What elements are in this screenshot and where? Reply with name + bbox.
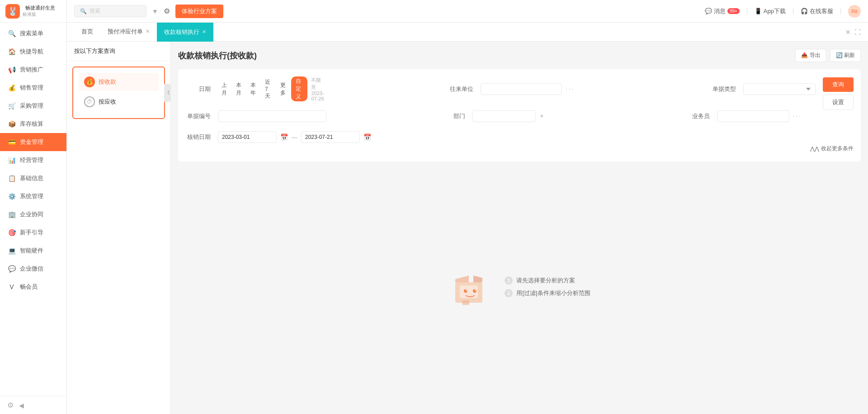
writeoff-date-to-cal-icon[interactable]: 📅: [363, 133, 371, 141]
date-tab-custom[interactable]: 自定义: [291, 76, 307, 101]
sidebar-item-search-menu[interactable]: 🔍 搜索菜单: [0, 24, 66, 43]
messages-button[interactable]: 💬 消息 99+: [705, 7, 740, 15]
writeoff-date-range: 📅 — 📅: [218, 131, 816, 143]
topbar-dropdown-icon[interactable]: ▼: [152, 8, 158, 15]
sales-icon: 💰: [7, 83, 16, 92]
date-tab-7days[interactable]: 近7天: [261, 77, 275, 101]
filter-item-by-receivable[interactable]: ⏱ 按应收: [79, 93, 159, 111]
date-tab-last-month[interactable]: 上月: [218, 80, 231, 98]
topbar-divider-1: [747, 8, 747, 14]
sidebar-item-marketing[interactable]: 📢 营销推广: [0, 61, 66, 79]
sidebar-settings-icon[interactable]: ⚙: [7, 401, 14, 409]
empty-tip-2: 2 用[过滤]条件来缩小分析范围: [505, 289, 590, 297]
app-download-button[interactable]: 📱 App下载: [755, 7, 786, 15]
doc-type-select[interactable]: [743, 83, 816, 95]
doc-type-label: 单据类型: [711, 85, 736, 93]
online-service-icon: 🎧: [801, 8, 808, 14]
system-icon: ⚙️: [7, 192, 16, 201]
tab-receipt-writeoff[interactable]: 收款核销执行 ✕: [157, 23, 213, 42]
hardware-icon: 💻: [7, 246, 16, 255]
form-row-docnum: 单据编号 部门 ▼ 业务员 ··: [185, 110, 816, 122]
sidebar-item-wechat[interactable]: 💬 企业微信: [0, 260, 66, 278]
tab-prepay-close-icon[interactable]: ✕: [146, 29, 150, 34]
writeoff-date-to-input[interactable]: [301, 131, 360, 143]
sidebar-item-hardware[interactable]: 💻 智能硬件: [0, 242, 66, 260]
staff-input-group: ···: [717, 110, 816, 122]
sidebar-item-enterprise[interactable]: 🏢 企业协同: [0, 205, 66, 224]
topbar-gear-icon[interactable]: ⚙: [164, 7, 170, 15]
date-tabs: 上月 本月 本年 近7天 更多 自定义 不限 至 2023-07-26: [218, 76, 326, 101]
sidebar-item-guide[interactable]: 🎯 新手引导: [0, 224, 66, 242]
industry-solution-button[interactable]: 体验行业方案: [175, 5, 223, 18]
counterparty-dots-btn[interactable]: ···: [566, 85, 574, 93]
sidebar-item-purchase[interactable]: 🛒 采购管理: [0, 97, 66, 115]
collapse-conditions-button[interactable]: ⋀⋀ 收起更多条件: [185, 143, 854, 154]
sidebar-item-quick-nav[interactable]: 🏠 快捷导航: [0, 43, 66, 61]
logo-sub: 标准版: [23, 11, 55, 18]
department-input[interactable]: [472, 110, 536, 122]
sidebar-item-inventory[interactable]: 📦 库存核算: [0, 115, 66, 133]
topbar-search-text: 搜索: [90, 7, 100, 15]
counterparty-input-group: ···: [481, 83, 589, 95]
staff-dots-btn[interactable]: ···: [793, 112, 802, 120]
sidebar-item-system[interactable]: ⚙️ 系统管理: [0, 187, 66, 205]
tip-num-2: 2: [505, 289, 513, 297]
empty-tips: 1 请先选择要分析的方案 2 用[过滤]条件来缩小分析范围: [505, 276, 590, 297]
by-receivable-icon: ⏱: [84, 96, 95, 107]
page-header: 收款核销执行(按收款) 📤 导出 🔄 刷新: [178, 49, 861, 62]
main-area: 🔍 搜索 ▼ ⚙ 体验行业方案 💬 消息 99+ 📱 App下载 🎧 在线客服: [67, 0, 868, 414]
inventory-icon: 📦: [7, 119, 16, 128]
doc-number-input[interactable]: [218, 110, 326, 122]
sidebar-item-sales[interactable]: 💰 销售管理: [0, 79, 66, 97]
svg-point-7: [475, 290, 476, 291]
writeoff-date-from-input[interactable]: [218, 131, 277, 143]
date-tab-this-year[interactable]: 本年: [247, 80, 259, 98]
tab-receipt-writeoff-close-icon[interactable]: ✕: [202, 29, 206, 35]
svg-marker-1: [455, 276, 469, 282]
sidebar-item-finance[interactable]: 💳 资金管理: [0, 133, 66, 151]
tab-home[interactable]: 首页: [74, 23, 100, 42]
action-buttons: 查询 设置: [823, 76, 854, 110]
writeoff-date-from-cal-icon[interactable]: 📅: [280, 133, 288, 141]
topbar-divider-3: [840, 8, 841, 14]
filter-panel-header: 按以下方案查询: [67, 42, 170, 61]
page-title: 收款核销执行(按收款): [178, 50, 257, 61]
tabbar-actions: ✕ ⛶: [845, 29, 861, 36]
settings-button[interactable]: 设置: [823, 95, 854, 110]
date-unlimit-label: 不限: [311, 77, 326, 84]
tab-prepay[interactable]: 预付冲应付单 ✕: [100, 23, 157, 42]
refresh-button[interactable]: 🔄 刷新: [830, 49, 861, 62]
filter-item-by-receipt[interactable]: 💰 按收款: [79, 73, 159, 91]
export-button[interactable]: 📤 导出: [795, 49, 826, 62]
department-label: 部门: [440, 112, 465, 120]
tab-maximize-icon[interactable]: ⛶: [854, 29, 861, 36]
date-tab-more[interactable]: 更多: [277, 80, 289, 98]
tab-close-all-icon[interactable]: ✕: [845, 29, 851, 36]
online-service-button[interactable]: 🎧 在线客服: [801, 7, 833, 15]
by-receipt-icon: 💰: [84, 76, 95, 87]
messages-badge: 99+: [727, 8, 740, 14]
topbar-search[interactable]: 🔍 搜索: [74, 5, 146, 17]
form-row-writeoff-date: 核销日期 📅 — 📅: [185, 131, 816, 143]
search-form: 日期 上月 本月 本年 近7天 更多 自定义 不限 至 2023-07-: [178, 69, 861, 162]
header-actions: 📤 导出 🔄 刷新: [795, 49, 861, 62]
department-chevron-icon[interactable]: ▼: [539, 113, 545, 119]
svg-rect-8: [462, 300, 469, 305]
counterparty-label: 往来单位: [448, 85, 473, 93]
quick-nav-icon: 🏠: [7, 47, 16, 56]
sidebar-item-basic[interactable]: 📋 基础信息: [0, 169, 66, 187]
svg-marker-2: [473, 276, 482, 282]
staff-input[interactable]: [717, 110, 789, 122]
filter-panel-collapse-btn[interactable]: 《: [164, 84, 170, 102]
sidebar-logo: 🐰 畅捷通好生意 标准版: [0, 0, 66, 23]
query-button[interactable]: 查询: [823, 77, 854, 92]
sidebar-item-business[interactable]: 📊 经营管理: [0, 151, 66, 169]
content-area: 按以下方案查询 💰 按收款 ⏱ 按应收 《 收款核销: [67, 42, 868, 414]
sidebar-collapse-icon[interactable]: ◀: [19, 402, 24, 409]
date-tab-this-month[interactable]: 本月: [232, 80, 245, 98]
sidebar-item-member[interactable]: V 畅会员: [0, 278, 66, 296]
filter-box: 💰 按收款 ⏱ 按应收 《: [72, 67, 165, 119]
counterparty-input[interactable]: [481, 83, 562, 95]
user-avatar-button[interactable]: Rit: [848, 5, 861, 18]
wechat-icon: 💬: [7, 264, 16, 273]
